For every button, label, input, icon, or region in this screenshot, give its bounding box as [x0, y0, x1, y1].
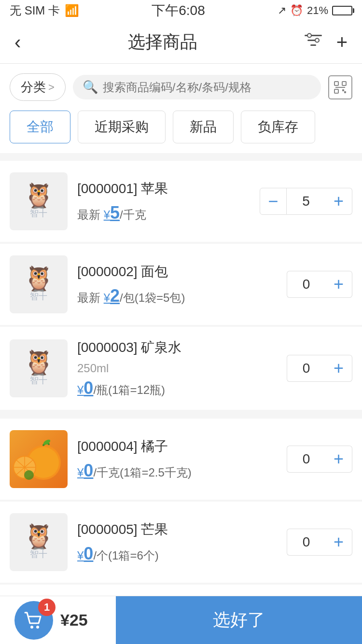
price-symbol: ¥ — [77, 466, 84, 479]
product-image-4 — [10, 430, 68, 488]
category-label: 分类 — [21, 79, 46, 96]
price-symbol: ¥ — [77, 549, 84, 562]
svg-rect-7 — [334, 89, 338, 93]
svg-rect-9 — [342, 89, 344, 91]
placeholder-text: 智十 — [24, 291, 54, 302]
status-right: ↗ ⏰ 21% — [278, 4, 352, 17]
product-price-5: ¥0/个(1箱=6个) — [77, 544, 277, 564]
cart-total: ¥25 — [60, 611, 88, 630]
product-name-5: [0000005] 芒果 — [77, 520, 277, 539]
product-price-3: ¥0/瓶(1箱=12瓶) — [77, 378, 277, 398]
filter-tabs: 全部 近期采购 新品 负库存 — [0, 111, 362, 153]
add-icon[interactable]: + — [336, 31, 348, 53]
product-image-1: 🦉 智十 — [10, 172, 68, 230]
product-name-4: [0000004] 橘子 — [77, 437, 277, 456]
svg-rect-10 — [344, 91, 346, 93]
list-item: [0000004] 橘子 ¥0/千克(1箱=2.5千克) + — [0, 419, 362, 500]
price-number: 2 — [110, 286, 120, 306]
svg-rect-5 — [334, 82, 338, 85]
filter-icon[interactable] — [305, 33, 322, 52]
product-name-3: [0000003] 矿泉水 — [77, 338, 277, 357]
search-bar: 分类 > 🔍 — [0, 64, 362, 111]
product-info-5: [0000005] 芒果 ¥0/个(1箱=6个) — [77, 520, 277, 564]
svg-point-20 — [24, 470, 34, 480]
battery-percentage: 21% — [307, 4, 328, 17]
price-symbol: ¥ — [104, 208, 110, 221]
price-symbol: ¥ — [77, 383, 84, 396]
placeholder-logo: 🦉 — [24, 183, 54, 208]
cart-icon[interactable]: 1 — [14, 601, 53, 640]
scan-icon[interactable] — [328, 75, 352, 99]
nav-bar: ‹ 选择商品 + — [0, 21, 362, 64]
qty-plus-button-3[interactable]: + — [325, 355, 352, 382]
price-unit: /包(1袋=5包) — [120, 291, 185, 304]
qty-input-2[interactable] — [287, 271, 325, 298]
qty-control-3: + — [287, 355, 352, 382]
tab-recent[interactable]: 近期采购 — [78, 111, 166, 143]
qty-input-5[interactable] — [287, 529, 325, 556]
page-title: 选择商品 — [128, 30, 197, 54]
qty-input-4[interactable] — [287, 446, 325, 473]
category-chevron: > — [48, 81, 55, 94]
qty-plus-button-1[interactable]: + — [325, 188, 352, 215]
price-number: 0 — [84, 461, 93, 480]
battery-icon — [332, 6, 352, 15]
svg-rect-6 — [342, 82, 346, 85]
price-number: 0 — [84, 544, 93, 563]
svg-point-21 — [30, 626, 33, 629]
price-number: 0 — [84, 378, 93, 398]
tab-all[interactable]: 全部 — [10, 111, 70, 143]
back-button[interactable]: ‹ — [14, 31, 21, 53]
cart-section: 1 ¥25 — [0, 601, 116, 640]
qty-control-4: + — [287, 446, 352, 473]
svg-point-22 — [36, 626, 39, 629]
qty-input-3[interactable] — [287, 355, 325, 382]
qty-plus-button-4[interactable]: + — [325, 446, 352, 473]
search-input[interactable] — [103, 81, 311, 94]
product-info-1: [0000001] 苹果 最新 ¥5/千克 — [77, 180, 250, 223]
tab-negative-stock[interactable]: 负库存 — [241, 111, 315, 143]
list-item: 🦉 智十 [0000001] 苹果 最新 ¥5/千克 − + — [0, 161, 362, 242]
product-price-1: 最新 ¥5/千克 — [77, 203, 250, 223]
search-input-wrap[interactable]: 🔍 — [73, 75, 321, 99]
product-info-3: [0000003] 矿泉水 250ml ¥0/瓶(1箱=12瓶) — [77, 338, 277, 398]
product-image-5: 🦉 智十 — [10, 513, 68, 571]
product-image-3: 🦉 智十 — [10, 339, 68, 397]
qty-control-5: + — [287, 529, 352, 556]
bottom-bar: 1 ¥25 选好了 — [0, 596, 362, 644]
svg-rect-2 — [310, 44, 316, 46]
list-item: 🦉 智十 [0000002] 面包 最新 ¥2/包(1袋=5包) + — [0, 244, 362, 325]
orange-svg — [12, 433, 65, 486]
nav-right-actions: + — [305, 31, 348, 53]
svg-point-4 — [315, 38, 319, 42]
price-unit: /瓶(1箱=12瓶) — [93, 383, 165, 396]
product-image-2: 🦉 智十 — [10, 255, 68, 313]
product-spec-3: 250ml — [77, 362, 277, 375]
product-price-4: ¥0/千克(1箱=2.5千克) — [77, 461, 277, 481]
qty-input-1[interactable] — [287, 188, 325, 215]
qty-plus-button-5[interactable]: + — [325, 529, 352, 556]
svg-point-3 — [307, 33, 311, 37]
location-icon: ↗ — [278, 4, 286, 17]
placeholder-text: 智十 — [24, 548, 54, 560]
product-info-2: [0000002] 面包 最新 ¥2/包(1袋=5包) — [77, 263, 277, 306]
qty-plus-button-2[interactable]: + — [325, 271, 352, 298]
placeholder-logo: 🦉 — [24, 350, 54, 375]
category-button[interactable]: 分类 > — [10, 73, 66, 101]
qty-minus-button-1[interactable]: − — [260, 188, 287, 215]
placeholder-logo: 🦉 — [24, 524, 54, 548]
time-label: 下午6:08 — [152, 1, 205, 20]
qty-control-1: − + — [260, 188, 352, 215]
product-name-1: [0000001] 苹果 — [77, 180, 250, 198]
alarm-icon: ⏰ — [290, 4, 303, 17]
tab-new[interactable]: 新品 — [173, 111, 234, 143]
list-item: 🦉 智十 [0000005] 芒果 ¥0/个(1箱=6个) + — [0, 502, 362, 583]
product-list: 🦉 智十 [0000001] 苹果 最新 ¥5/千克 − + 🦉 智十 [000… — [0, 161, 362, 644]
price-symbol: ¥ — [104, 291, 110, 304]
status-left: 无 SIM 卡 📶 — [10, 3, 79, 18]
confirm-button[interactable]: 选好了 — [116, 596, 362, 644]
product-price-2: 最新 ¥2/包(1袋=5包) — [77, 286, 277, 306]
price-unit: /千克(1箱=2.5千克) — [93, 466, 191, 479]
product-info-4: [0000004] 橘子 ¥0/千克(1箱=2.5千克) — [77, 437, 277, 481]
cart-badge: 1 — [38, 599, 56, 616]
